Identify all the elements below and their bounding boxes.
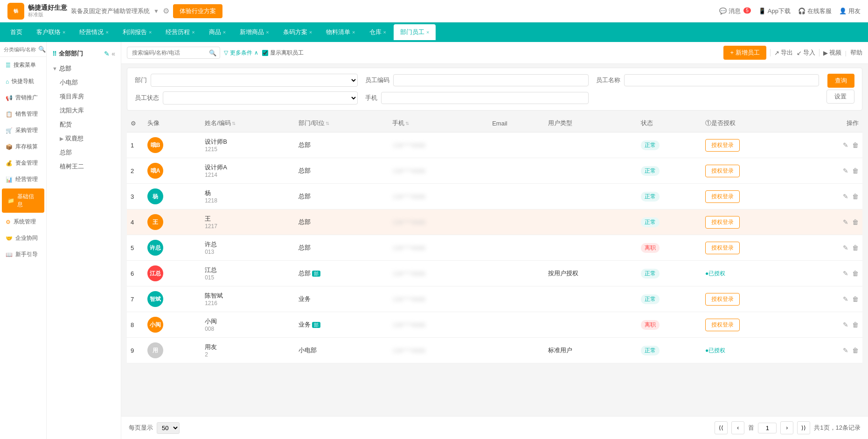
edit-button[interactable]: ✎ [843, 244, 848, 251]
help-button[interactable]: 帮助 [850, 49, 862, 57]
dept-item-shuanglu[interactable]: ▶ 双鹿想 [47, 132, 121, 146]
page-number-input[interactable] [758, 423, 777, 433]
edit-button[interactable]: ✎ [843, 321, 848, 328]
tab-operations[interactable]: 经营情况× [73, 24, 115, 40]
edit-button[interactable]: ✎ [843, 295, 848, 303]
sidebar-item-marketing[interactable]: 📢营销推广 [0, 90, 46, 106]
sidebar-item-finance[interactable]: 💰资金管理 [0, 155, 46, 171]
sidebar-item-basic-info[interactable]: 📁基础信息 [2, 188, 44, 213]
sidebar-item-sales[interactable]: 📋销售管理 [0, 106, 46, 122]
col-name[interactable]: 姓名/编码⇅ [201, 114, 295, 132]
delete-button[interactable]: 🗑 [852, 321, 859, 328]
tab-barcode[interactable]: 条码方案× [277, 24, 319, 40]
authorize-button[interactable]: 授权登录 [705, 242, 740, 254]
empname-input[interactable] [624, 74, 819, 86]
edit-button[interactable]: ✎ [843, 218, 848, 226]
close-icon[interactable]: × [223, 29, 226, 35]
search-icon[interactable]: 🔍 [38, 46, 46, 53]
delete-button[interactable]: 🗑 [852, 218, 859, 226]
search-icon[interactable]: 🔍 [209, 49, 216, 56]
delete-button[interactable]: 🗑 [852, 244, 859, 251]
dept-item-hq-root[interactable]: ▼ 总部 [47, 62, 121, 76]
sidebar-search-input[interactable] [4, 47, 36, 52]
sidebar-item-collab[interactable]: 🤝企业协同 [0, 230, 46, 246]
empcode-input[interactable] [393, 74, 588, 86]
tab-add-goods[interactable]: 新增商品× [233, 24, 275, 40]
app-download-button[interactable]: 📱 App下载 [758, 7, 791, 15]
message-button[interactable]: 💬 消息 5 [719, 7, 751, 15]
view-button[interactable]: ▶ 视频 [823, 49, 841, 57]
authorize-button[interactable]: 授权登录 [705, 165, 740, 177]
export-button[interactable]: ↗ 导出 [774, 49, 793, 57]
dept-item-shenyang[interactable]: 沈阳大库 [47, 104, 121, 118]
col-dept[interactable]: 部门/职位⇅ [295, 114, 389, 132]
tab-history[interactable]: 经营历程× [159, 24, 201, 40]
query-button[interactable]: 查询 [827, 74, 854, 88]
dept-item-zongbu[interactable]: 总部 [47, 146, 121, 160]
authorize-button[interactable]: 授权登录 [705, 190, 740, 203]
dept-item-project[interactable]: 项目库房 [47, 90, 121, 104]
add-employee-button[interactable]: + 新增员工 [723, 46, 766, 60]
delete-button[interactable]: 🗑 [852, 141, 859, 149]
first-page-button[interactable]: ⟨⟨ [715, 421, 728, 434]
close-icon[interactable]: × [105, 29, 108, 35]
authorize-button[interactable]: 授权登录 [705, 216, 740, 229]
edit-button[interactable]: ✎ [843, 193, 848, 200]
collapse-panel-icon[interactable]: « [111, 50, 115, 57]
system-title-arrow[interactable]: ▼ [153, 8, 159, 14]
sidebar-item-system[interactable]: ⚙系统管理 [0, 214, 46, 230]
gear-button[interactable]: ⚙ [163, 7, 169, 15]
authorize-button[interactable]: 授权登录 [705, 139, 740, 152]
user-button[interactable]: 👤 用友 [839, 7, 861, 15]
sidebar-item-search[interactable]: ☰搜索菜单 [0, 57, 46, 73]
close-icon[interactable]: × [383, 29, 386, 35]
page-size-select[interactable]: 50 [157, 422, 180, 434]
import-button[interactable]: ↙ 导入 [797, 49, 815, 57]
edit-button[interactable]: ✎ [843, 347, 848, 354]
delete-button[interactable]: 🗑 [852, 193, 859, 200]
col-setting[interactable]: ⚙ [127, 114, 144, 132]
filter-button[interactable]: ▽ 更多条件 ∧ [224, 49, 258, 57]
sidebar-item-inventory[interactable]: 📦库存核算 [0, 139, 46, 155]
close-icon[interactable]: × [192, 29, 194, 35]
tab-home[interactable]: 首页 [4, 24, 29, 40]
prev-page-button[interactable]: ‹ [731, 421, 744, 434]
authorize-button[interactable]: 授权登录 [705, 319, 740, 331]
phone-input[interactable] [381, 92, 588, 104]
delete-button[interactable]: 🗑 [852, 295, 859, 303]
sidebar-item-nav[interactable]: ⌂快捷导航 [0, 73, 46, 90]
next-page-button[interactable]: › [780, 421, 793, 434]
last-page-button[interactable]: ⟩⟩ [797, 421, 810, 434]
tab-profit[interactable]: 利润报告× [116, 24, 158, 40]
close-icon[interactable]: × [266, 29, 269, 35]
tab-customer[interactable]: 客户联络× [30, 24, 72, 40]
dept-item-xiaodian[interactable]: 小电部 [47, 76, 121, 90]
status-select[interactable] [163, 91, 358, 105]
delete-button[interactable]: 🗑 [852, 347, 859, 354]
close-icon[interactable]: × [426, 29, 429, 35]
tab-warehouse[interactable]: 仓库× [363, 24, 393, 40]
close-icon[interactable]: × [309, 29, 312, 35]
close-icon[interactable]: × [352, 29, 355, 35]
sidebar-item-guide[interactable]: 📖新手引导 [0, 246, 46, 263]
search-input[interactable] [127, 47, 220, 59]
authorize-button[interactable]: 授权登录 [705, 293, 740, 306]
sidebar-item-purchase[interactable]: 🛒采购管理 [0, 122, 46, 139]
close-icon[interactable]: × [149, 29, 152, 35]
dept-filter-select[interactable] [151, 74, 358, 87]
delete-button[interactable]: 🗑 [852, 270, 859, 277]
col-phone[interactable]: 手机⇅ [389, 114, 488, 132]
dept-item-zhishu[interactable]: 植树王二 [47, 160, 121, 174]
edit-dept-icon[interactable]: ✎ [104, 50, 110, 57]
sidebar-item-operations[interactable]: 📊经营管理 [0, 171, 46, 188]
close-icon[interactable]: × [62, 29, 65, 35]
tab-bom[interactable]: 物料清单× [319, 24, 361, 40]
support-button[interactable]: 🎧 在线客服 [798, 7, 832, 15]
experience-button[interactable]: 体验行业方案 [173, 4, 222, 18]
edit-button[interactable]: ✎ [843, 270, 848, 277]
tab-goods[interactable]: 商品× [202, 24, 232, 40]
setting-icon[interactable]: ⚙ [131, 120, 136, 127]
settings-button[interactable]: 设置 [826, 90, 854, 104]
show-resigned-checkbox[interactable]: 显示离职员工 [262, 49, 304, 57]
edit-button[interactable]: ✎ [843, 141, 848, 149]
